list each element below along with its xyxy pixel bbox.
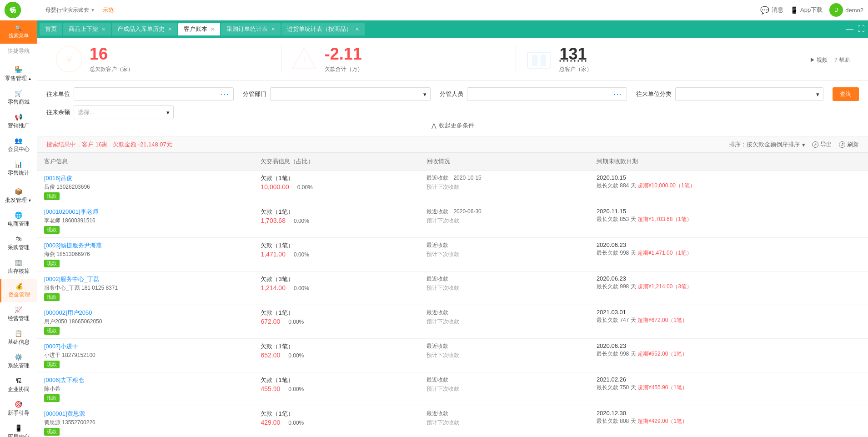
overdue-link[interactable]: 超期¥10,000.00（1笔） — [637, 182, 695, 189]
unit-category-select[interactable]: ▾ — [675, 87, 823, 101]
sidebar-item-retail-stats[interactable]: 📊 零售统计 — [0, 157, 37, 181]
debt-count: 欠款（1笔） — [261, 376, 293, 384]
overdue-cell: 2020.06.23 最长欠款 998 天 超期¥1,214.00（3笔） — [590, 271, 868, 305]
overdue-link[interactable]: 超期¥455.90（1笔） — [637, 384, 687, 391]
table-body: [0016]吕俊 吕俊 13026203696 现款 欠款（1笔） 10,000… — [37, 171, 868, 437]
sidebar-item-batch-mgmt[interactable]: 📦 批发管理 ▼ — [0, 184, 37, 208]
customer-name-link[interactable]: [0003]畅捷服务尹海燕 — [44, 242, 102, 249]
sidebar-item-enterprise[interactable]: 🏗 企业协同 — [0, 373, 37, 397]
collection-cell: 最近收款 预计下次收款 — [420, 271, 590, 305]
customer-cell: [0003]畅捷服务尹海燕 海燕 18513066976 现款 — [37, 238, 254, 271]
main-layout: 🔍 搜索菜单 快捷导航 🏪 零售管理 ▲ 🛒 零售商城 📢 营销推广 — [0, 20, 868, 437]
sidebar-item-newbie[interactable]: 🎯 新手引导 — [0, 397, 37, 421]
next-collection: 预计下次收款 — [426, 318, 583, 326]
enterprise-icon: 🏗 — [15, 377, 22, 384]
sidebar-search[interactable]: 🔍 搜索菜单 — [0, 20, 37, 44]
marketing-icon: 📢 — [15, 113, 22, 121]
overdue-link[interactable]: 超期¥1,703.68（1笔） — [637, 216, 692, 222]
tab-close-customer[interactable]: ✕ — [211, 26, 215, 32]
sidebar-item-member[interactable]: 👥 会员中心 — [0, 133, 37, 157]
customer-name-link[interactable]: [0002]服务中心_丁磊 — [44, 276, 99, 282]
balance-select[interactable]: 选择... ▾ — [74, 105, 174, 119]
tab-maximize-btn[interactable]: ⛶ — [857, 24, 866, 34]
overdue-link[interactable]: 超期¥652.00（1笔） — [637, 351, 687, 357]
total-customers-info: 131 总客户（家） — [559, 45, 592, 73]
sidebar-item-retail-mgmt[interactable]: 🏪 零售管理 ▲ — [0, 62, 37, 86]
sidebar-item-purchase[interactable]: 🛍 采购管理 — [0, 231, 37, 255]
tab-product-online[interactable]: 商品上下架 ✕ — [63, 23, 111, 35]
svg-rect-6 — [527, 52, 550, 68]
overdue-link[interactable]: 超期¥1,214.00（3笔） — [637, 283, 692, 290]
sidebar-item-system[interactable]: ⚙️ 系统管理 — [0, 350, 37, 373]
sidebar-item-inventory[interactable]: 🏢 库存核算 — [0, 255, 37, 279]
video-btn[interactable]: ▶ 视频 — [810, 56, 828, 64]
sort-select[interactable]: 排序：按欠款金额倒序排序 ▾ — [729, 141, 805, 149]
tab-close-production[interactable]: ✕ — [168, 26, 172, 32]
overdue-detail: 最长欠款 884 天 超期¥10,000.00（1笔） — [597, 182, 861, 190]
sidebar-item-app-center[interactable]: 📱 应用中心 — [0, 421, 37, 437]
sidebar-item-retail-mall[interactable]: 🛒 零售商城 — [0, 86, 37, 110]
customer-name-link[interactable]: [000001]黄思源 — [44, 410, 85, 417]
debt-cell: 欠款（1笔） 429.00 0.00% — [254, 406, 420, 437]
stat-debt-customers: ¥ 16 总欠款客户（家） — [46, 45, 281, 73]
query-button[interactable]: 查询 — [833, 87, 859, 101]
tab-home[interactable]: 首页 — [40, 23, 62, 35]
customer-type-badge: 现款 — [44, 327, 60, 335]
tab-close-product[interactable]: ✕ — [101, 26, 105, 32]
overdue-link[interactable]: 超期¥672.00（1笔） — [637, 317, 687, 323]
last-collection: 最近收款 — [426, 275, 583, 283]
overdue-link[interactable]: 超期¥429.00（1笔） — [637, 418, 687, 424]
overdue-link[interactable]: 超期¥1,471.00（1笔） — [637, 250, 692, 256]
tab-production-history[interactable]: 产成品入库单历史 ✕ — [112, 23, 177, 35]
collapse-btn[interactable]: ⋀ 收起更多条件 — [46, 119, 859, 132]
customer-cell: [0001020001]李老师 李老师 18600391516 现款 — [37, 204, 254, 238]
debt-cell: 欠款（1笔） 1,703.68 0.00% — [254, 204, 420, 238]
collapse-btn[interactable]: 示范 — [99, 6, 117, 14]
overdue-date: 2020.06.23 — [597, 342, 861, 349]
tab-import-summary[interactable]: 进货单统计表（按商品） ✕ — [281, 23, 365, 35]
sidebar-item-operations[interactable]: 📈 经营管理 — [0, 302, 37, 326]
refresh-icon: ↺ — [839, 141, 845, 148]
tab-close-import[interactable]: ✕ — [355, 26, 359, 32]
customer-contact: 黄思源 13552700226 — [44, 419, 247, 427]
customer-name-link[interactable]: [0016]吕俊 — [44, 175, 72, 181]
debt-cell: 欠款（1笔） 1,471.00 0.00% — [254, 238, 420, 271]
debt-count: 欠款（1笔） — [261, 342, 293, 351]
tab-bar: 首页 商品上下架 ✕ 产成品入库单历史 ✕ 客户账本 ✕ 采购订单统计表 ✕ — [37, 20, 868, 38]
customer-name-link[interactable]: [0001020001]李老师 — [44, 208, 98, 215]
export-btn[interactable]: ↗ 导出 — [812, 141, 832, 149]
tab-purchase-summary[interactable]: 采购订单统计表 ✕ — [221, 23, 281, 35]
manager-input[interactable]: ··· — [467, 87, 627, 101]
customer-name-link[interactable]: [0007]小进干 — [44, 343, 78, 350]
sidebar-item-ecommerce[interactable]: 🌐 电商管理 — [0, 208, 37, 231]
stat-debt-info: 16 总欠款客户（家） — [90, 45, 133, 73]
member-icon: 👥 — [15, 137, 22, 144]
stat-debt-total: ! -2.11 欠款合计（万） — [281, 45, 517, 73]
customer-name-link[interactable]: [000002]用户2050 — [44, 309, 92, 316]
debt-customers-label: 总欠款客户（家） — [90, 65, 133, 73]
sidebar-item-basic-info[interactable]: 📋 基础信息 — [0, 326, 37, 350]
tab-close-purchase[interactable]: ✕ — [271, 26, 275, 32]
app-download-btn[interactable]: 📱 App下载 — [790, 6, 823, 14]
help-btn[interactable]: ? 帮助 — [834, 56, 850, 64]
tab-customer-account[interactable]: 客户账本 ✕ — [178, 23, 220, 35]
customer-name-link[interactable]: [0006]去下粮仓 — [44, 377, 84, 383]
sidebar-item-marketing[interactable]: 📢 营销推广 — [0, 110, 37, 133]
help-icon: ? — [834, 57, 838, 63]
debt-customers-value: 16 — [90, 45, 133, 64]
debt-percent: 0.00% — [294, 285, 309, 291]
tab-minimize-btn[interactable]: — — [845, 24, 854, 34]
user-profile[interactable]: D demo2 — [829, 3, 863, 17]
col-overdue-date: 到期未收款日期 — [590, 153, 868, 171]
dept-select[interactable]: ▾ — [270, 87, 430, 101]
message-btn[interactable]: 💬 消息 — [760, 6, 783, 15]
from-unit-input[interactable]: ··· — [74, 87, 234, 101]
manager-field: 分管人员 ··· — [440, 87, 627, 101]
customer-type-badge: 现款 — [44, 293, 60, 301]
sidebar-item-finance[interactable]: 💰 资金管理 — [0, 279, 37, 302]
refresh-btn[interactable]: ↺ 刷新 — [839, 141, 859, 149]
svg-text:畅: 畅 — [10, 6, 16, 14]
store-selector[interactable]: 母婴行业演示账套 ▾ — [41, 0, 99, 20]
customer-cell: [0006]去下粮仓 陈小希 现款 — [37, 372, 254, 406]
overdue-cell: 2020.10.15 最长欠款 884 天 超期¥10,000.00（1笔） — [590, 171, 868, 204]
